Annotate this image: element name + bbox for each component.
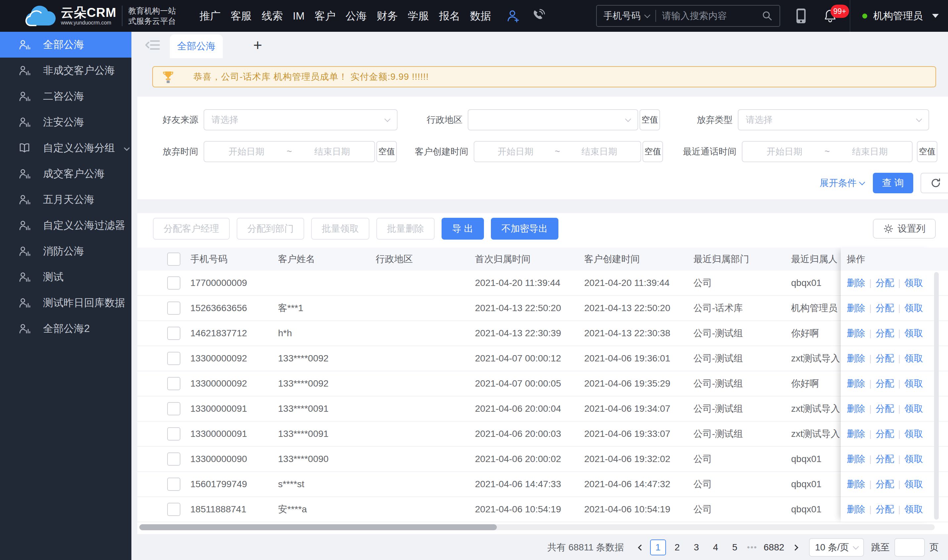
sidebar-item-全部公海2[interactable]: 全部公海2 — [0, 316, 131, 342]
refresh-button[interactable] — [920, 173, 948, 193]
region-select[interactable] — [468, 109, 638, 131]
collapse-sidebar-icon[interactable] — [145, 38, 160, 52]
more-pages-ellipsis[interactable]: ••• — [747, 543, 757, 552]
toolbar-button-批量删除[interactable]: 批量删除 — [376, 218, 435, 240]
action-分配[interactable]: 分配 — [876, 277, 894, 289]
page-button-2[interactable]: 2 — [669, 540, 685, 555]
toolbar-button-不加密导出[interactable]: 不加密导出 — [491, 218, 559, 240]
add-user-icon[interactable] — [506, 9, 520, 23]
topnav-item-财务[interactable]: 财务 — [372, 0, 403, 32]
row-checkbox[interactable] — [167, 302, 180, 315]
sidebar-item-消防公海[interactable]: 消防公海 — [0, 238, 131, 264]
topnav-item-推广[interactable]: 推广 — [195, 0, 226, 32]
scrollbar-thumb[interactable] — [139, 524, 497, 530]
friend-source-select[interactable]: 请选择 — [203, 109, 397, 131]
topnav-item-学服[interactable]: 学服 — [403, 0, 434, 32]
action-领取[interactable]: 领取 — [905, 277, 923, 289]
add-tab-button[interactable]: + — [253, 37, 262, 52]
row-checkbox[interactable] — [167, 452, 180, 466]
action-领取[interactable]: 领取 — [905, 503, 923, 515]
action-删除[interactable]: 删除 — [847, 478, 865, 491]
sidebar-item-自定义公海过滤器[interactable]: 自定义公海过滤器 — [0, 212, 131, 238]
action-分配[interactable]: 分配 — [876, 327, 894, 340]
tab-all-gonghai[interactable]: 全部公海 — [170, 34, 223, 58]
action-分配[interactable]: 分配 — [876, 478, 894, 491]
action-分配[interactable]: 分配 — [876, 352, 894, 365]
action-删除[interactable]: 删除 — [847, 403, 865, 415]
row-checkbox[interactable] — [167, 503, 180, 516]
sidebar-item-二咨公海[interactable]: 二咨公海 — [0, 83, 131, 109]
page-button-5[interactable]: 5 — [727, 540, 743, 555]
jump-page-input[interactable] — [894, 538, 925, 557]
page-button-3[interactable]: 3 — [688, 540, 704, 555]
topnav-item-线索[interactable]: 线索 — [257, 0, 288, 32]
column-settings-button[interactable]: 设置列 — [873, 219, 936, 238]
action-领取[interactable]: 领取 — [905, 377, 923, 390]
action-分配[interactable]: 分配 — [876, 377, 894, 390]
sidebar-item-五月天公海[interactable]: 五月天公海 — [0, 187, 131, 212]
action-领取[interactable]: 领取 — [905, 327, 923, 340]
page-size-select[interactable]: 10 条/页 — [809, 538, 864, 557]
expand-conditions-link[interactable]: 展开条件 — [820, 177, 864, 189]
sidebar-item-成交客户公海[interactable]: 成交客户公海 — [0, 161, 131, 187]
abandon-time-empty-button[interactable]: 空值 — [376, 141, 397, 162]
toolbar-button-导出[interactable]: 导 出 — [442, 218, 484, 240]
abandon-time-range[interactable]: 开始日期 ~ 结束日期 — [203, 141, 375, 162]
toolbar-button-分配到部门[interactable]: 分配到部门 — [237, 218, 304, 240]
topnav-item-客户[interactable]: 客户 — [309, 0, 341, 32]
topnav-item-IM[interactable]: IM — [288, 0, 310, 32]
mobile-icon[interactable] — [796, 8, 806, 24]
action-领取[interactable]: 领取 — [905, 403, 923, 415]
row-checkbox[interactable] — [167, 478, 180, 491]
action-分配[interactable]: 分配 — [876, 503, 894, 515]
prev-page-button[interactable] — [634, 545, 648, 550]
toolbar-button-批量领取[interactable]: 批量领取 — [311, 218, 369, 240]
topnav-item-报名[interactable]: 报名 — [434, 0, 465, 32]
page-button-4[interactable]: 4 — [708, 540, 723, 555]
row-checkbox[interactable] — [167, 276, 180, 289]
row-checkbox[interactable] — [167, 427, 180, 440]
sidebar-item-全部公海[interactable]: 全部公海 — [0, 32, 131, 58]
region-empty-button[interactable]: 空值 — [640, 109, 660, 131]
action-领取[interactable]: 领取 — [905, 453, 923, 465]
search-input[interactable] — [662, 11, 762, 21]
action-删除[interactable]: 删除 — [847, 377, 865, 390]
action-领取[interactable]: 领取 — [905, 428, 923, 440]
select-all-checkbox[interactable] — [167, 252, 180, 266]
last-page-button[interactable]: 6882 — [762, 540, 786, 555]
horizontal-scrollbar[interactable] — [139, 524, 935, 530]
search-category-select[interactable]: 手机号码 — [603, 9, 640, 22]
toolbar-button-分配客户经理[interactable]: 分配客户经理 — [153, 218, 230, 240]
create-time-range[interactable]: 开始日期 ~ 结束日期 — [474, 141, 641, 162]
next-page-button[interactable] — [788, 545, 802, 550]
action-删除[interactable]: 删除 — [847, 503, 865, 515]
vertical-scrollbar[interactable] — [934, 272, 939, 520]
row-checkbox[interactable] — [167, 327, 180, 340]
sidebar-item-自定义公海分组[interactable]: 自定义公海分组 — [0, 135, 131, 161]
action-删除[interactable]: 删除 — [847, 352, 865, 365]
page-button-1[interactable]: 1 — [650, 540, 666, 555]
create-time-empty-button[interactable]: 空值 — [642, 141, 663, 162]
topnav-item-公海[interactable]: 公海 — [341, 0, 372, 32]
action-删除[interactable]: 删除 — [847, 327, 865, 340]
action-删除[interactable]: 删除 — [847, 302, 865, 314]
topnav-item-客服[interactable]: 客服 — [226, 0, 257, 32]
row-checkbox[interactable] — [167, 352, 180, 365]
action-分配[interactable]: 分配 — [876, 428, 894, 440]
action-领取[interactable]: 领取 — [905, 478, 923, 491]
action-分配[interactable]: 分配 — [876, 403, 894, 415]
query-button[interactable]: 查 询 — [873, 173, 913, 193]
sidebar-item-非成交客户公海[interactable]: 非成交客户公海 — [0, 58, 131, 83]
sidebar-item-注安公海[interactable]: 注安公海 — [0, 109, 131, 135]
action-分配[interactable]: 分配 — [876, 453, 894, 465]
row-checkbox[interactable] — [167, 402, 180, 415]
user-menu[interactable]: 机构管理员 — [862, 9, 948, 23]
action-删除[interactable]: 删除 — [847, 453, 865, 465]
search-icon[interactable] — [762, 10, 773, 22]
last-call-time-range[interactable]: 开始日期 ~ 结束日期 — [742, 141, 913, 162]
row-checkbox[interactable] — [167, 377, 180, 390]
action-删除[interactable]: 删除 — [847, 277, 865, 289]
action-删除[interactable]: 删除 — [847, 428, 865, 440]
notifications-bell[interactable]: 99+ — [824, 9, 836, 23]
sidebar-item-测试昨日回库数据[interactable]: 测试昨日回库数据 — [0, 290, 131, 316]
